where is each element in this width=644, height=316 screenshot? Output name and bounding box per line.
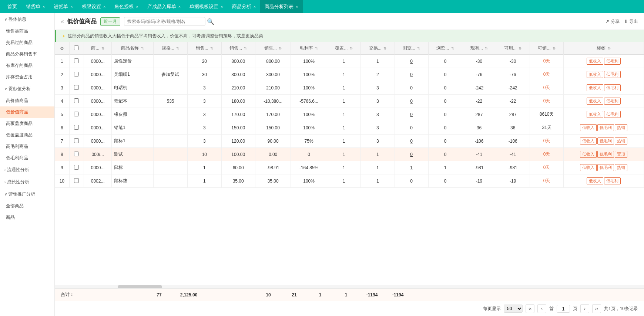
row-checkbox[interactable] <box>74 85 79 90</box>
table-row[interactable]: 3 0000... 电话机 3 210.00 210.00 100% 1 3 0… <box>55 81 644 95</box>
sidebar-section-overview[interactable]: ∨ 整体信息 <box>0 13 54 26</box>
sidebar-item-low-coverage[interactable]: 低覆盖度商品 <box>0 129 54 141</box>
table-row[interactable]: 1 0000... 属性定价 20 800.00 800.00 100% 1 1… <box>55 55 644 68</box>
view1[interactable]: 0 <box>395 121 428 135</box>
product-name[interactable]: 属性定价 <box>112 55 154 68</box>
first-page-button[interactable]: ‹‹ <box>526 304 534 313</box>
prev-page-button[interactable]: ‹ <box>537 304 546 313</box>
view2-column-header[interactable]: 浏览... ⇅ <box>428 42 462 55</box>
view1[interactable]: 0 <box>395 55 428 68</box>
row-checkbox-cell[interactable] <box>69 161 84 174</box>
per-page-select[interactable]: 50 100 200 <box>504 305 523 313</box>
table-row[interactable]: 7 0000... 鼠标1 3 120.00 90.00 75% 1 3 0 0… <box>55 135 644 148</box>
table-row[interactable]: 10 0002... 鼠标垫 1 35.00 35.00 100% 1 1 0 … <box>55 174 644 188</box>
product-name[interactable]: 鼠标 <box>112 161 154 174</box>
next-page-button[interactable]: › <box>580 304 589 313</box>
code-column-header[interactable]: 商... ⇅ <box>84 42 112 55</box>
last-page-button[interactable]: ›› <box>592 304 601 313</box>
share-button[interactable]: ↗ 分享 <box>606 18 620 25</box>
close-icon[interactable]: × <box>178 4 181 9</box>
row-checkbox[interactable] <box>74 58 79 63</box>
product-name[interactable]: 铅笔1 <box>112 121 154 135</box>
view-link[interactable]: 0 <box>410 125 413 130</box>
sidebar-item-capital[interactable]: 库存资金占用 <box>0 71 54 83</box>
row-checkbox-cell[interactable] <box>69 68 84 81</box>
sidebar-item-low-value[interactable]: 低价值商品 <box>0 106 54 118</box>
sidebar-item-category-rate[interactable]: 商品分类销售率 <box>0 48 54 60</box>
view-link[interactable]: 1 <box>410 165 413 170</box>
view-link[interactable]: 0 <box>410 139 413 144</box>
nav-purchase-order[interactable]: 进货单 × <box>49 0 77 13</box>
nav-role[interactable]: 角色授权 × <box>110 0 142 13</box>
row-checkbox[interactable] <box>74 125 79 130</box>
row-checkbox-cell[interactable] <box>69 55 84 68</box>
close-icon[interactable]: × <box>43 4 45 9</box>
row-checkbox-cell[interactable] <box>69 81 84 95</box>
product-name[interactable]: 鼠标垫 <box>112 174 154 188</box>
gross-rate-column-header[interactable]: 毛利率 ⇅ <box>291 42 327 55</box>
product-name[interactable]: 电话机 <box>112 81 154 95</box>
product-name[interactable]: 鼠标1 <box>112 135 154 148</box>
view-link[interactable]: 0 <box>410 85 413 91</box>
view-link[interactable]: 0 <box>410 179 413 184</box>
sidebar-item-stock-products[interactable]: 有库存的商品 <box>0 60 54 71</box>
view1-column-header[interactable]: 浏览... ⇅ <box>395 42 428 55</box>
view1[interactable]: 0 <box>395 81 428 95</box>
name-column-header[interactable]: 商品名称 ⇅ <box>112 42 154 55</box>
sellable-column-header[interactable]: 可销... ⇅ <box>530 42 563 55</box>
view1[interactable]: 0 <box>395 95 428 108</box>
view-link[interactable]: 0 <box>410 99 413 104</box>
product-name[interactable]: 笔记本 <box>112 95 154 108</box>
sidebar-item-all-products[interactable]: 全部商品 <box>0 200 54 212</box>
table-row[interactable]: 8 000/... 测试 10 100.00 0.00 0 1 1 0 0 -4… <box>55 148 644 161</box>
row-checkbox[interactable] <box>74 152 79 156</box>
view1[interactable]: 0 <box>395 68 428 81</box>
nav-product-in[interactable]: 产成品入库单 × <box>143 0 185 13</box>
coverage-column-header[interactable]: 覆盖... ⇅ <box>327 42 360 55</box>
nav-product-analysis[interactable]: 商品分析 × <box>228 0 260 13</box>
row-checkbox[interactable] <box>74 138 79 143</box>
tags-column-header[interactable]: 标签 ⇅ <box>564 42 644 55</box>
row-checkbox-cell[interactable] <box>69 95 84 108</box>
sales-qty-column-header[interactable]: 销售... ⇅ <box>188 42 221 55</box>
row-checkbox-cell[interactable] <box>69 135 84 148</box>
sidebar-item-sales-products[interactable]: 销售类商品 <box>0 26 54 37</box>
row-checkbox-cell[interactable] <box>69 148 84 161</box>
close-icon[interactable]: × <box>136 4 138 9</box>
view-link[interactable]: 0 <box>410 72 413 77</box>
table-row[interactable]: 2 0000... 吴细细1 参加复试 30 300.00 300.00 100… <box>55 68 644 81</box>
view1[interactable]: 0 <box>395 174 428 188</box>
checkbox-column-header[interactable] <box>69 42 84 55</box>
sidebar-section-circulation[interactable]: › 流通性分析 <box>0 164 54 176</box>
nav-product-analysis-list[interactable]: 商品分析列表 × <box>260 0 302 13</box>
horizontal-scrollbar[interactable] <box>55 285 644 288</box>
table-row[interactable]: 6 0000... 铅笔1 3 150.00 150.00 100% 1 3 0… <box>55 121 644 135</box>
nav-permission[interactable]: 权限设置 × <box>77 0 110 13</box>
view1[interactable]: 0 <box>395 148 428 161</box>
sidebar-section-marketing[interactable]: ∨ 营销推广分析 <box>0 188 54 200</box>
row-checkbox-cell[interactable] <box>69 174 84 188</box>
sidebar-item-high-coverage[interactable]: 高覆盖度商品 <box>0 118 54 129</box>
sales-gross-column-header[interactable]: 销售... ⇅ <box>255 42 291 55</box>
view1[interactable]: 0 <box>395 135 428 148</box>
table-row[interactable]: 4 0000... 笔记本 535 3 180.00 -10,380... -5… <box>55 95 644 108</box>
row-checkbox[interactable] <box>74 72 79 77</box>
export-button[interactable]: ⬇ 导出 <box>624 18 638 25</box>
sidebar-item-high-margin[interactable]: 高毛利商品 <box>0 141 54 152</box>
settings-column-header[interactable]: ⚙ <box>55 42 69 55</box>
search-icon[interactable]: 🔍 <box>207 18 214 25</box>
sidebar-item-low-margin[interactable]: 低毛利商品 <box>0 152 54 164</box>
available-column-header[interactable]: 可用... ⇅ <box>496 42 530 55</box>
period-tag-button[interactable]: 近一月 <box>100 17 120 26</box>
row-checkbox[interactable] <box>74 165 79 170</box>
view1[interactable]: 1 <box>395 161 428 174</box>
product-name[interactable]: 橡皮擦 <box>112 108 154 121</box>
sidebar-item-high-value[interactable]: 高价值商品 <box>0 95 54 106</box>
close-icon[interactable]: × <box>254 4 256 9</box>
sidebar-section-growth[interactable]: › 成长性分析 <box>0 176 54 188</box>
row-checkbox[interactable] <box>74 98 79 103</box>
row-checkbox[interactable] <box>74 112 79 116</box>
sidebar-item-new-products[interactable]: 新品 <box>0 212 54 223</box>
close-icon[interactable]: × <box>296 4 298 9</box>
search-input[interactable] <box>124 17 205 26</box>
